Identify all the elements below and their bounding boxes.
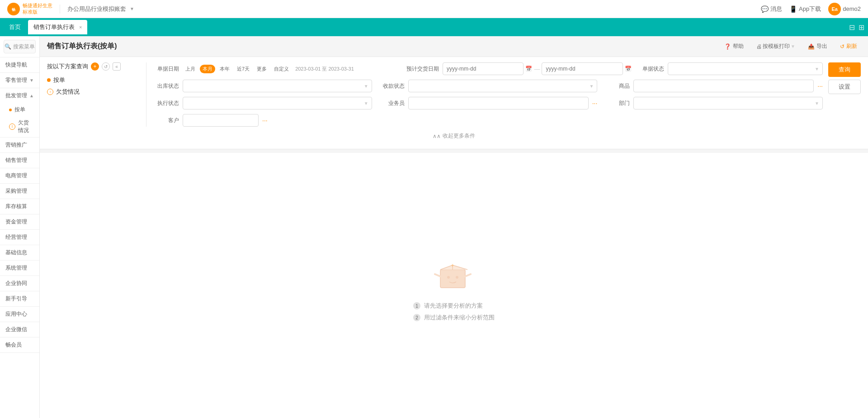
sidebar-retail-section: 零售管理 ▼ — [0, 73, 39, 88]
print-button[interactable]: 🖨 按模板打印 ▼ — [753, 41, 799, 52]
user-profile[interactable]: Ea demo2 — [828, 3, 861, 15]
sidebar-item-inventory[interactable]: 库存核算 — [0, 199, 39, 214]
delivery-date-end-calendar-icon[interactable]: 📅 — [625, 66, 632, 72]
sidebar-item-operations[interactable]: 经营管理 — [0, 230, 39, 245]
filter-row-3: 执行状态 ▼ 业务员 ··· — [154, 97, 823, 109]
retail-arrow-icon: ▼ — [29, 78, 34, 83]
settings-button[interactable]: 设置 — [828, 80, 861, 94]
logo-icon: 畅 — [7, 3, 20, 15]
sidebar-item-retail[interactable]: 零售管理 ▼ — [0, 73, 39, 88]
date-btn-custom[interactable]: 自定义 — [271, 65, 292, 73]
sidebar-item-system[interactable]: 系统管理 — [0, 261, 39, 276]
sidebar-search-area: 🔍 搜索菜单 — [0, 36, 39, 57]
sidebar-sub-item-order[interactable]: 按单 — [0, 103, 39, 116]
sidebar-item-member[interactable]: 畅会员 — [0, 337, 39, 352]
svg-rect-2 — [440, 270, 465, 288]
filter-schema-panel: 按以下方案查询 + ↺ « 按单 ! 欠货情况 — [47, 62, 146, 127]
sidebar-item-purchase[interactable]: 采购管理 — [0, 184, 39, 199]
sidebar-sub-item-debt[interactable]: ! 欠货情况 — [0, 116, 39, 137]
tab-minimize-icon[interactable]: ⊟ — [849, 23, 855, 32]
tab-close-icon[interactable]: × — [79, 24, 82, 30]
order-schema-dot-icon — [47, 78, 51, 82]
delivery-date-start-calendar-icon[interactable]: 📅 — [525, 66, 532, 72]
execute-status-select-wrapper: ▼ — [183, 97, 372, 109]
delivery-date-start-input[interactable] — [443, 62, 524, 75]
sidebar-item-quick-nav[interactable]: 快捷导航 — [0, 57, 39, 72]
wholesale-arrow-icon: ▲ — [29, 93, 34, 98]
message-icon: 💬 — [761, 5, 769, 13]
sidebar-item-onboarding[interactable]: 新手引导 — [0, 291, 39, 306]
empty-illustration: ✦ — [431, 249, 476, 294]
status-filter-group: 单据状态 ▼ — [639, 62, 823, 75]
receive-status-filter-group: 收款状态 ▼ — [379, 80, 598, 92]
schema-item-debt[interactable]: ! 欠货情况 — [47, 86, 141, 98]
filter-collapse-area: ∧∧ 收起更多条件 — [47, 128, 861, 143]
date-btn-this-month[interactable]: 本月 — [200, 65, 215, 73]
sidebar-operations-section: 经营管理 — [0, 230, 39, 245]
export-button[interactable]: 📤 导出 — [804, 41, 831, 52]
message-button[interactable]: 💬 消息 — [761, 5, 782, 13]
app-download-icon: 📱 — [789, 5, 797, 13]
delivery-date-input-group: 📅 — 📅 — [443, 62, 632, 75]
sidebar-item-wholesale[interactable]: 批发管理 ▲ — [0, 88, 39, 103]
collapse-schema-button[interactable]: « — [113, 62, 121, 71]
empty-tip-1: 1 请先选择要分析的方案 — [413, 302, 495, 310]
sidebar-item-basic[interactable]: 基础信息 — [0, 245, 39, 260]
svg-point-4 — [456, 276, 458, 279]
date-quick-select: 上月 本月 本年 近7天 更多 自定义 — [183, 65, 292, 73]
date-btn-more[interactable]: 更多 — [254, 65, 269, 73]
department-label: 部门 — [604, 100, 630, 107]
sidebar-item-sales[interactable]: 销售管理 — [0, 153, 39, 168]
filter-actions: 查询 设置 — [823, 62, 861, 127]
sidebar-onboarding-section: 新手引导 — [0, 291, 39, 307]
date-btn-last-month[interactable]: 上月 — [183, 65, 198, 73]
sidebar-ecommerce-section: 电商管理 — [0, 168, 39, 184]
help-button[interactable]: ❓ 帮助 — [721, 41, 747, 52]
date-btn-this-year[interactable]: 本年 — [217, 65, 232, 73]
sidebar-item-marketing[interactable]: 营销推广 — [0, 138, 39, 152]
sidebar-item-finance[interactable]: 资金管理 — [0, 214, 39, 229]
user-avatar: Ea — [828, 3, 841, 15]
salesperson-input[interactable] — [408, 97, 589, 109]
execute-status-select[interactable] — [183, 97, 372, 109]
tab-maximize-icon[interactable]: ⊞ — [859, 23, 864, 32]
product-input[interactable] — [633, 80, 814, 92]
delivery-date-end-input[interactable] — [542, 62, 623, 75]
sidebar-item-cooperation[interactable]: 企业协同 — [0, 276, 39, 291]
sidebar: 🔍 搜索菜单 快捷导航 零售管理 ▼ 批发管理 ▲ 按单 — [0, 36, 40, 418]
date-btn-7days[interactable]: 近7天 — [234, 65, 252, 73]
sidebar-wechat-section: 企业微信 — [0, 322, 39, 337]
active-tab[interactable]: 销售订单执行表 × — [28, 20, 87, 34]
search-button[interactable]: 查询 — [828, 62, 861, 77]
department-select-wrapper: ▼ — [633, 97, 823, 109]
home-tab[interactable]: 首页 — [4, 20, 26, 34]
sidebar-item-wechat[interactable]: 企业微信 — [0, 322, 39, 337]
dropdown-arrow-icon[interactable]: ▼ — [130, 6, 134, 11]
department-select[interactable] — [633, 97, 823, 109]
top-bar: 畅 畅捷通好生意 标准版 办公用品行业模拟账套 ▼ 💬 消息 📱 App下载 E… — [0, 0, 868, 18]
filter-main-area: 单据日期 上月 本月 本年 近7天 更多 自定义 2023-03-01 至 20… — [146, 62, 823, 127]
receive-status-select[interactable] — [408, 80, 598, 92]
collapse-up-icon: ∧∧ — [433, 133, 441, 139]
collapse-button[interactable]: ∧∧ 收起更多条件 — [433, 132, 475, 140]
page-title: 销售订单执行表(按单) — [47, 42, 117, 51]
refresh-schema-button[interactable]: ↺ — [102, 62, 110, 71]
refresh-button[interactable]: ↺ 刷新 — [836, 41, 861, 52]
product-filter-group: 商品 ··· — [604, 80, 823, 92]
salesperson-more-button[interactable]: ··· — [592, 100, 598, 107]
outbound-status-select[interactable] — [183, 80, 372, 92]
customer-filter-group: 客户 ··· — [154, 114, 250, 127]
customer-more-button[interactable]: ··· — [262, 117, 268, 124]
schema-item-order[interactable]: 按单 — [47, 74, 141, 86]
customer-input[interactable] — [183, 114, 259, 127]
search-menu-button[interactable]: 🔍 搜索菜单 — [4, 40, 36, 53]
sidebar-item-appcenter[interactable]: 应用中心 — [0, 307, 39, 322]
page-actions: ❓ 帮助 🖨 按模板打印 ▼ 📤 导出 ↺ 刷新 — [721, 41, 861, 52]
status-select[interactable] — [668, 62, 823, 75]
filter-row-2: 出库状态 ▼ 收款状态 — [154, 80, 823, 92]
sidebar-wholesale-section: 批发管理 ▲ 按单 ! 欠货情况 — [0, 88, 39, 138]
product-more-button[interactable]: ··· — [817, 82, 823, 90]
add-schema-button[interactable]: + — [91, 62, 99, 71]
sidebar-item-ecommerce[interactable]: 电商管理 — [0, 168, 39, 183]
app-download-button[interactable]: 📱 App下载 — [789, 5, 821, 13]
